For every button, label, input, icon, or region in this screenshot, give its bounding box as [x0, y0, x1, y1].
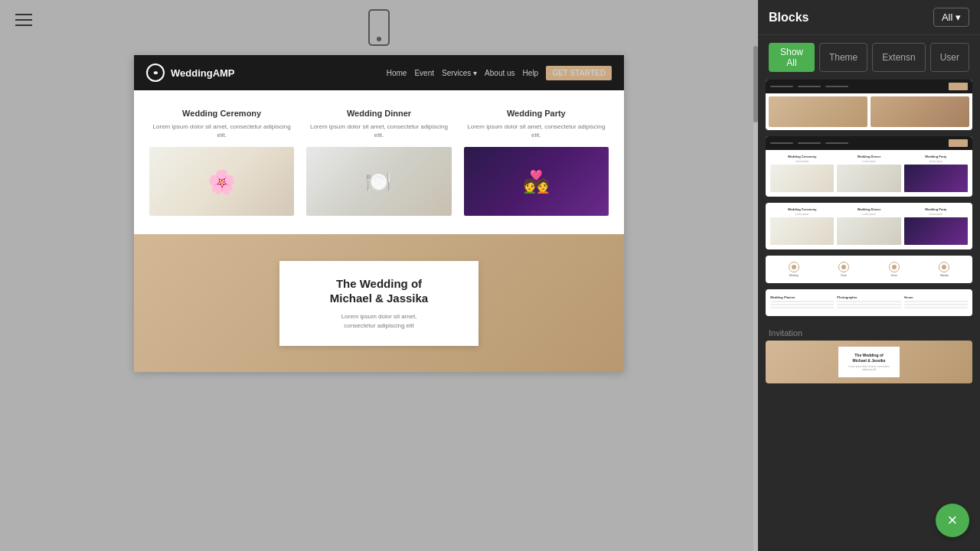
bp-nav-2 [766, 136, 972, 150]
bp-service2-img-party [904, 217, 968, 245]
bp-service2-title-party: Wedding Party [925, 207, 946, 211]
bp-info-cols: Wedding Planner Photographer Venue [766, 289, 972, 316]
bp-info-line-1c [770, 307, 834, 308]
bp-service-desc-dinner: Lorem ipsum [862, 160, 875, 163]
bp-info-col-title-3: Venue [904, 295, 968, 299]
bp-content-2: Wedding Ceremony Lorem ipsum Wedding Din… [766, 150, 972, 197]
all-dropdown-button[interactable]: All ▾ [933, 8, 969, 27]
service-img-dinner [306, 147, 451, 216]
scrollbar-thumb[interactable] [753, 46, 758, 122]
service-img-ceremony [149, 147, 294, 216]
bp-nav-dot-3 [825, 86, 848, 87]
bp-service2-desc-dinner: Lorem ipsum [862, 213, 875, 216]
service-item-party: Wedding Party Lorem ipsum dolor sit amet… [464, 109, 609, 216]
bp-nav-dot-1 [770, 86, 793, 87]
nav-link-event[interactable]: Event [414, 69, 434, 77]
bp-nav-cta [949, 83, 968, 90]
invitation-desc: Lorem ipsum dolor sit amet,consectetur a… [302, 312, 456, 331]
tab-user[interactable]: User [930, 43, 969, 72]
nav-link-home[interactable]: Home [387, 69, 407, 77]
bp-info-line-2a [837, 301, 900, 302]
bp-services-grid-2: Wedding Ceremony Lorem ipsum Wedding Din… [770, 207, 968, 245]
bp-service2-title-dinner: Wedding Dinner [858, 207, 881, 211]
bp-service-img-ceremony [770, 165, 834, 192]
bp-feature-venue: Venue [889, 262, 900, 277]
bp-service2-desc-party: Lorem ipsum [929, 213, 942, 216]
nav-link-help[interactable]: Help [523, 69, 539, 77]
invitation-card: The Wedding ofMichael & Jassika Lorem ip… [279, 261, 479, 346]
bp-info-line-3b [904, 304, 968, 305]
site-logo: ⚭ WeddingAMP [146, 64, 235, 82]
bp-features: Wedding Event Venue [766, 256, 972, 283]
tab-theme[interactable]: Theme [819, 43, 867, 72]
bp-service-img-party [904, 165, 968, 192]
site-nav: ⚭ WeddingAMP Home Event Services ▾ About… [134, 55, 624, 90]
bp-service-title-dinner: Wedding Dinner [858, 155, 881, 158]
bp-nav-dot-4 [770, 142, 793, 144]
bp-nav-cta-2 [949, 139, 968, 147]
bp-info-line-2b [837, 304, 900, 305]
bp-info-line-1a [770, 301, 834, 302]
blocks-sidebar: Blocks All ▾ Show All Theme Extensn User [758, 0, 980, 551]
website-preview: ⚭ WeddingAMP Home Event Services ▾ About… [134, 55, 624, 372]
bp-info-line-1b [770, 304, 834, 305]
service-title-ceremony: Wedding Ceremony [182, 109, 261, 118]
sidebar-title: Blocks [769, 11, 808, 24]
service-item-dinner: Wedding Dinner Lorem ipsum dolor sit ame… [306, 109, 451, 216]
bp-service2-img-dinner [837, 217, 900, 245]
tab-show-all[interactable]: Show All [769, 43, 815, 72]
bp-thumb-1 [769, 96, 867, 127]
nav-cta-button[interactable]: GET STARTED [546, 66, 612, 80]
block-preview-3[interactable]: Wedding Ceremony Lorem ipsum Wedding Din… [766, 203, 972, 249]
bp-info-col-3: Venue [904, 295, 968, 310]
nav-link-services[interactable]: Services ▾ [442, 69, 477, 77]
top-bar [0, 0, 758, 55]
bp-features-grid: Wedding Event Venue [770, 262, 968, 277]
bp-feature-icon-inner-3 [892, 265, 897, 269]
block-preview-2[interactable]: Wedding Ceremony Lorem ipsum Wedding Din… [766, 136, 972, 197]
block-preview-1[interactable] [766, 80, 972, 130]
service-img-party [464, 147, 609, 216]
bp-info-line-3a [904, 301, 968, 302]
bp-feature-icon-inner-4 [942, 265, 946, 269]
block-preview-4[interactable]: Wedding Event Venue [766, 256, 972, 283]
bp-feature-wedding: Wedding [789, 262, 799, 277]
block-preview-invitation[interactable]: The Wedding ofMichael & Jassika Lorem ip… [766, 341, 972, 383]
bp-service-desc-ceremony: Lorem ipsum [795, 160, 808, 163]
blocks-list: Wedding Ceremony Lorem ipsum Wedding Din… [758, 80, 980, 551]
bp-info-col-title-2: Photographer [837, 295, 900, 299]
section-label-invitation: Invitation [766, 322, 972, 341]
bp-info-line-3c [904, 307, 968, 308]
bp-service-title-ceremony: Wedding Ceremony [788, 155, 817, 158]
bp-inv-title: The Wedding ofMichael & Jassika [848, 353, 890, 363]
bp-info-col-1: Wedding Planner [770, 295, 834, 310]
services-grid: Wedding Ceremony Lorem ipsum dolor sit a… [149, 109, 609, 216]
bp-feature-helpday: Helpday [939, 262, 949, 277]
bp-service-desc-party: Lorem ipsum [929, 160, 942, 163]
bp-services-grid: Wedding Ceremony Lorem ipsum Wedding Din… [770, 155, 968, 192]
bp-info-col-title-1: Wedding Planner [770, 295, 834, 299]
bp-service-dinner: Wedding Dinner Lorem ipsum [837, 155, 900, 192]
bp-inv-desc: Lorem ipsum dolor sit amet, consectetur … [848, 365, 890, 371]
bp-content-3: Wedding Ceremony Lorem ipsum Wedding Din… [766, 203, 972, 249]
bp-feature-icon-wedding [789, 262, 799, 272]
service-title-party: Wedding Party [507, 109, 566, 118]
block-preview-5[interactable]: Wedding Planner Photographer Venue [766, 289, 972, 316]
invitation-title: The Wedding ofMichael & Jassika [302, 276, 456, 306]
phone-preview-icon[interactable] [368, 9, 390, 46]
bp-feature-label-venue: Venue [890, 274, 897, 277]
fab-close-button[interactable]: × [936, 504, 969, 537]
bp-feature-icon-inner [792, 265, 796, 269]
nav-link-about[interactable]: About us [485, 69, 514, 77]
logo-icon: ⚭ [146, 64, 165, 82]
invitation-section: The Wedding ofMichael & Jassika Lorem ip… [134, 234, 624, 372]
tab-extensn[interactable]: Extensn [872, 43, 925, 72]
bp-feature-icon-event [838, 262, 849, 272]
service-desc-dinner: Lorem ipsum dolor sit amet, consectetur … [306, 122, 451, 139]
filter-tabs: Show All Theme Extensn User [758, 35, 980, 80]
scrollbar-track[interactable] [753, 46, 758, 551]
sidebar-header: Blocks All ▾ [758, 0, 980, 35]
hamburger-menu[interactable] [15, 14, 32, 26]
service-item-ceremony: Wedding Ceremony Lorem ipsum dolor sit a… [149, 109, 294, 216]
bp-nav-dot-6 [825, 142, 848, 144]
